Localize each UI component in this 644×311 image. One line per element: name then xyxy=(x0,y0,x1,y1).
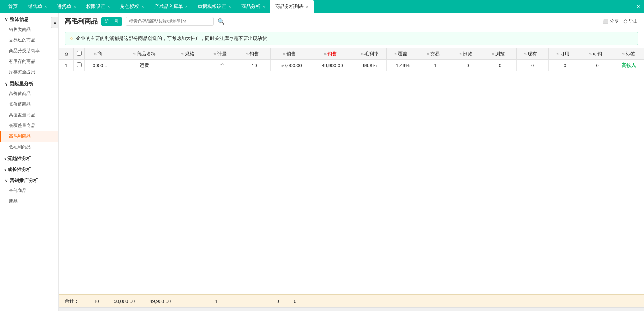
col-unit[interactable]: ⇅计量... xyxy=(206,48,238,60)
row-checkbox[interactable] xyxy=(74,60,85,71)
col-current-stock[interactable]: ⇅现有... xyxy=(516,48,548,60)
close-tab-template[interactable]: × xyxy=(229,4,231,9)
table-container[interactable]: ⚙ ⇅商... ⇅商品名称 ⇅规格... ⇅计量... ⇅销售... ⇅销售..… xyxy=(59,48,644,294)
col-available[interactable]: ⇅可用... xyxy=(549,48,581,60)
nav-tab-analysis[interactable]: 商品分析 × xyxy=(236,0,270,13)
sidebar-item-high-value[interactable]: 高价值商品 xyxy=(0,88,58,99)
row-index: 1 xyxy=(59,60,74,71)
row-unit: 个 xyxy=(206,60,238,71)
sidebar-item-low-value[interactable]: 低价值商品 xyxy=(0,99,58,110)
col-name[interactable]: ⇅商品名称 xyxy=(115,48,173,60)
sidebar-group-growth[interactable]: › 成长性分析 xyxy=(0,163,58,174)
table-header-row: ⚙ ⇅商... ⇅商品名称 ⇅规格... ⇅计量... ⇅销售... ⇅销售..… xyxy=(59,48,644,60)
sidebar-item-sales-goods[interactable]: 销售类商品 xyxy=(0,24,58,35)
sidebar-item-high-margin[interactable]: 高毛利商品 xyxy=(0,131,58,142)
row-name: 运费 xyxy=(115,60,173,71)
col-saleable[interactable]: ⇅可销... xyxy=(581,48,614,60)
sidebar-group-marketing[interactable]: ∨ 营销推广分析 xyxy=(0,174,58,185)
share-button[interactable]: ⬜ 分享 xyxy=(602,18,619,25)
row-browse1[interactable]: 0 xyxy=(451,60,484,71)
sidebar: « ∨ 整体信息 销售类商品 交易过的商品 商品分类助销率 有库存的商品 库存资… xyxy=(0,13,59,311)
nav-tab-home[interactable]: 首页 xyxy=(3,0,23,13)
footer-current-stock: 0 xyxy=(276,299,279,304)
goods-table: ⚙ ⇅商... ⇅商品名称 ⇅规格... ⇅计量... ⇅销售... ⇅销售..… xyxy=(59,48,644,71)
main-layout: « ∨ 整体信息 销售类商品 交易过的商品 商品分类助销率 有库存的商品 库存资… xyxy=(0,13,644,311)
col-transaction[interactable]: ⇅交易... xyxy=(419,48,451,60)
sidebar-group-overall[interactable]: ∨ 整体信息 xyxy=(0,13,58,24)
info-banner-text: 企业的主要的利润都是这部分商品创造的，可考虑加大推广，同时关注库存是不要出现缺货 xyxy=(76,35,267,42)
col-code[interactable]: ⇅商... xyxy=(85,48,115,60)
close-tab-purchase[interactable]: × xyxy=(73,4,76,9)
col-browse2[interactable]: ⇅浏览... xyxy=(484,48,516,60)
search-button[interactable]: 🔍 xyxy=(217,18,225,25)
sidebar-item-low-coverage[interactable]: 低覆盖量商品 xyxy=(0,120,58,131)
footer-transaction: 1 xyxy=(215,299,217,304)
table-row: 1 0000... 运费 个 10 50,000.00 49,900.00 99… xyxy=(59,60,644,71)
row-gross-margin: 99.8% xyxy=(353,60,387,71)
info-banner: ☆ 企业的主要的利润都是这部分商品创造的，可考虑加大推广，同时关注库存是不要出现… xyxy=(65,32,638,45)
row-tag: 高收入 xyxy=(614,60,644,71)
row-current-stock: 0 xyxy=(516,60,548,71)
close-all-tabs[interactable]: × xyxy=(637,3,640,10)
close-tab-analysis[interactable]: × xyxy=(263,4,265,9)
close-tab-production[interactable]: × xyxy=(185,4,187,9)
row-code: 0000... xyxy=(85,60,115,71)
nav-tab-sales[interactable]: 销售单 × xyxy=(23,0,52,13)
sidebar-group-contribution[interactable]: ∨ 贡献量分析 xyxy=(0,77,58,88)
page-title: 高毛利商品 xyxy=(65,17,98,26)
horizontal-scrollbar[interactable] xyxy=(59,307,644,311)
row-select-checkbox[interactable] xyxy=(77,62,82,67)
export-icon: ⬡ xyxy=(623,19,627,24)
footer-sales-count: 10 xyxy=(94,299,99,304)
export-button[interactable]: ⬡ 导出 xyxy=(623,18,638,25)
nav-tab-permissions[interactable]: 权限设置 × xyxy=(81,0,115,13)
close-tab-roles[interactable]: × xyxy=(141,4,144,9)
sidebar-item-stock-goods[interactable]: 有库存的商品 xyxy=(0,56,58,67)
sidebar-item-category-rate[interactable]: 商品分类助销率 xyxy=(0,46,58,56)
row-sales-amount: 50,000.00 xyxy=(271,60,312,71)
info-icon: ☆ xyxy=(69,36,74,41)
top-navigation: 首页 销售单 × 进货单 × 权限设置 × 角色授权 × 产成品入库单 × 单据… xyxy=(0,0,644,13)
nav-tab-purchase[interactable]: 进货单 × xyxy=(52,0,81,13)
nav-tab-analysis-list[interactable]: 商品分析列表 × xyxy=(270,0,313,13)
sidebar-item-new-goods[interactable]: 新品 xyxy=(0,196,58,207)
row-saleable: 0 xyxy=(581,60,614,71)
sidebar-collapse-button[interactable]: « xyxy=(51,17,58,28)
content-area: 高毛利商品 近一月 🔍 ⬜ 分享 ⬡ 导出 ☆ 企业的主要的利润都是这部分商品创… xyxy=(59,13,644,311)
sidebar-item-traded-goods[interactable]: 交易过的商品 xyxy=(0,35,58,46)
close-tab-sales[interactable]: × xyxy=(44,4,47,9)
nav-tab-roles[interactable]: 角色授权 × xyxy=(115,0,149,13)
col-browse1[interactable]: ⇅浏览... xyxy=(451,48,484,60)
sidebar-item-all-goods[interactable]: 全部商品 xyxy=(0,185,58,196)
col-sales-amount[interactable]: ⇅销售... xyxy=(271,48,312,60)
share-icon: ⬜ xyxy=(602,19,608,24)
footer-sales-profit: 49,900.00 xyxy=(150,299,171,304)
sidebar-group-trend[interactable]: › 流趋性分析 xyxy=(0,152,58,163)
sidebar-item-low-margin[interactable]: 低毛利商品 xyxy=(0,142,58,152)
select-all-checkbox[interactable] xyxy=(77,51,82,56)
col-spec[interactable]: ⇅规格... xyxy=(173,48,206,60)
col-sales-count[interactable]: ⇅销售... xyxy=(238,48,270,60)
header-actions: ⬜ 分享 ⬡ 导出 xyxy=(602,18,638,25)
row-browse2: 0 xyxy=(484,60,516,71)
nav-tab-template[interactable]: 单据模板设置 × xyxy=(193,0,236,13)
col-tag[interactable]: ⇅标签 xyxy=(614,48,644,60)
content-header: 高毛利商品 近一月 🔍 ⬜ 分享 ⬡ 导出 xyxy=(59,13,644,29)
col-gross-margin[interactable]: ⇅毛利率 xyxy=(353,48,387,60)
footer-bar: 合计： 10 50,000.00 49,900.00 1 0 0 xyxy=(59,294,644,307)
row-coverage: 1.49% xyxy=(386,60,419,71)
nav-tab-production[interactable]: 产成品入库单 × xyxy=(149,0,193,13)
sidebar-item-stock-capital[interactable]: 库存资金占用 xyxy=(0,67,58,77)
col-settings[interactable]: ⚙ xyxy=(59,48,74,60)
footer-available: 0 xyxy=(294,299,296,304)
search-input[interactable] xyxy=(126,17,214,26)
row-sales-count: 10 xyxy=(238,60,270,71)
row-sales-profit: 49,900.00 xyxy=(312,60,353,71)
sidebar-item-high-coverage[interactable]: 高覆盖量商品 xyxy=(0,110,58,120)
col-sales-profit[interactable]: ⇅销售... xyxy=(312,48,353,60)
row-transaction: 1 xyxy=(419,60,451,71)
close-tab-permissions[interactable]: × xyxy=(108,4,110,9)
col-coverage[interactable]: ⇅覆盖... xyxy=(386,48,419,60)
close-tab-analysis-list[interactable]: × xyxy=(306,4,308,9)
period-button[interactable]: 近一月 xyxy=(101,17,122,26)
